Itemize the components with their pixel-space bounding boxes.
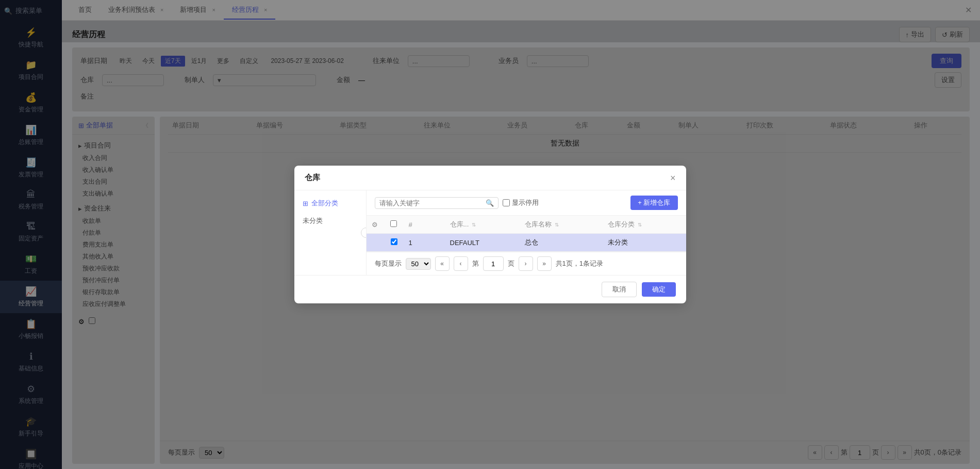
search-input-wrap: 🔍 — [375, 197, 499, 209]
add-warehouse-button[interactable]: + 新增仓库 — [630, 196, 677, 210]
sort-icon[interactable]: ⇅ — [638, 222, 642, 228]
row-id: 1 — [404, 234, 445, 252]
row-code: DEFAULT — [445, 234, 520, 252]
col-category: 仓库分类 ⇅ — [603, 216, 686, 234]
col-name: 仓库名称 ⇅ — [520, 216, 603, 234]
grid-icon: ⊞ — [303, 200, 308, 207]
row-name: 总仓 — [520, 234, 603, 252]
confirm-button[interactable]: 确定 — [642, 282, 676, 297]
all-category-label: 全部分类 — [311, 199, 338, 208]
modal-prev-btn[interactable]: ‹ — [454, 256, 468, 271]
show-disabled-label: 显示停用 — [512, 198, 539, 207]
modal-body: ⊞ 全部分类 未分类 《 🔍 显示停用 — [294, 190, 686, 275]
modal-warehouse-table: ⚙ # 仓库... ⇅ — [367, 216, 686, 252]
uncategorized-item[interactable]: 未分类 — [294, 212, 366, 230]
modal-close-icon[interactable]: × — [670, 173, 676, 183]
modal-title: 仓库 — [305, 173, 320, 183]
modal-table-wrap: ⚙ # 仓库... ⇅ — [367, 216, 686, 252]
modal-per-page-label: 每页显示 — [375, 259, 402, 268]
sort-icon[interactable]: ⇅ — [472, 222, 476, 228]
col-id: # — [404, 216, 445, 234]
show-disabled-wrap: 显示停用 — [503, 198, 539, 207]
row-check[interactable] — [385, 234, 404, 252]
modal-last-btn[interactable]: » — [537, 256, 552, 271]
modal-total-info: 共1页，1条记录 — [556, 259, 603, 268]
col-check — [385, 216, 404, 234]
row-gear — [367, 234, 385, 252]
modal-right-panel: 🔍 显示停用 + 新增仓库 — [367, 190, 686, 275]
modal-left-panel: ⊞ 全部分类 未分类 《 — [294, 190, 367, 275]
modal-footer: 取消 确定 — [294, 275, 686, 303]
modal-pagination: 每页显示 50 « ‹ 第 页 › » 共1页，1条记录 — [367, 252, 686, 275]
row-checkbox[interactable] — [391, 238, 397, 245]
select-all-checkbox[interactable] — [390, 220, 397, 227]
col-gear: ⚙ — [367, 216, 385, 234]
modal-toolbar: 🔍 显示停用 + 新增仓库 — [367, 190, 686, 216]
all-category-item[interactable]: ⊞ 全部分类 — [294, 195, 366, 212]
modal-next-btn[interactable]: › — [519, 256, 533, 271]
modal-page-word: 第 — [472, 259, 479, 268]
add-warehouse-label: + 新增仓库 — [638, 198, 670, 207]
search-icon[interactable]: 🔍 — [486, 199, 494, 207]
modal-overlay: 仓库 × ⊞ 全部分类 未分类 《 — [0, 0, 980, 469]
modal-page-label: 页 — [508, 259, 514, 268]
modal-header: 仓库 × — [294, 166, 686, 190]
col-code: 仓库... ⇅ — [445, 216, 520, 234]
modal-per-page-select[interactable]: 50 — [406, 258, 431, 270]
row-category: 未分类 — [603, 234, 686, 252]
gear-icon[interactable]: ⚙ — [372, 221, 378, 229]
table-row[interactable]: 1 DEFAULT 总仓 未分类 — [367, 234, 686, 252]
modal-page-input[interactable] — [483, 256, 504, 271]
warehouse-search-input[interactable] — [379, 199, 484, 207]
uncategorized-label: 未分类 — [303, 217, 323, 224]
sort-icon[interactable]: ⇅ — [555, 222, 559, 228]
show-disabled-checkbox[interactable] — [503, 199, 510, 206]
modal-first-btn[interactable]: « — [435, 256, 450, 271]
warehouse-modal: 仓库 × ⊞ 全部分类 未分类 《 — [294, 166, 686, 303]
collapse-button[interactable]: 《 — [361, 228, 367, 238]
cancel-button[interactable]: 取消 — [602, 282, 637, 297]
